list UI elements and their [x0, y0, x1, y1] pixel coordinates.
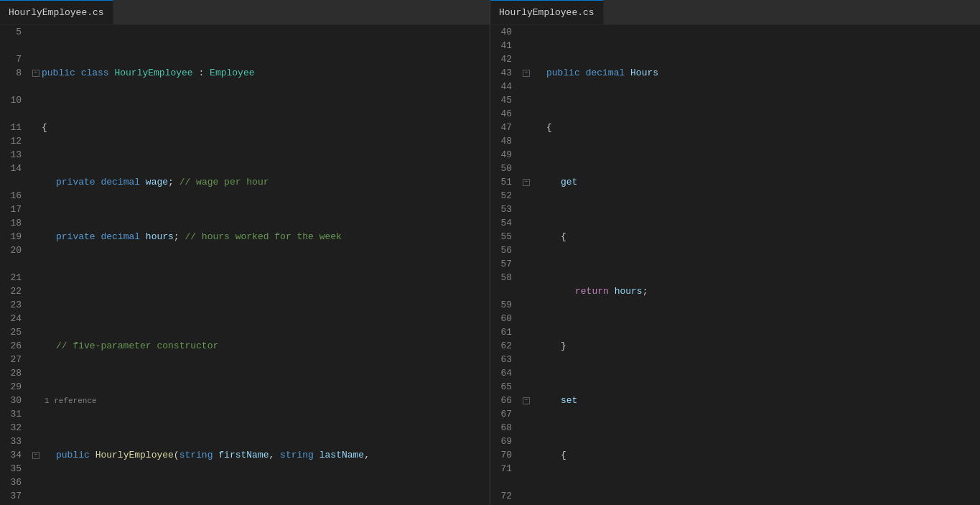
- left-line-numbers: 5 7 8 10 11 12 13 14 16 17 18 19 20 21 2…: [0, 25, 27, 505]
- code-line-10: // five-parameter constructor: [30, 339, 490, 353]
- r-code-line-40: − public decimal Hours: [521, 66, 980, 80]
- left-tab-bar: HourlyEmployee.cs: [0, 0, 490, 25]
- code-line-11: − public HourlyEmployee(string firstName…: [30, 448, 490, 462]
- collapse-btn-42[interactable]: −: [523, 179, 530, 186]
- left-editor-pane: HourlyEmployee.cs 5 7 8 10 11 12 13 14 1…: [0, 0, 490, 505]
- right-editor-pane: HourlyEmployee.cs 40 41 42 43 44 45 46 4…: [490, 0, 980, 505]
- collapse-btn-11[interactable]: −: [32, 452, 39, 459]
- right-code-content: − public decimal Hours { − get { return …: [518, 25, 980, 505]
- collapse-btn-46[interactable]: −: [523, 397, 530, 404]
- r-code-line-42: − get: [521, 175, 980, 189]
- r-code-line-44: return hours;: [521, 284, 980, 298]
- r-code-line-43: {: [521, 230, 980, 244]
- code-line-6: {: [30, 121, 490, 134]
- right-tab-bar: HourlyEmployee.cs: [490, 0, 980, 25]
- r-code-line-45: }: [521, 339, 980, 353]
- code-line-5: − public class HourlyEmployee : Employee: [30, 66, 490, 80]
- r-code-line-41: {: [521, 121, 980, 134]
- collapse-btn-5[interactable]: −: [32, 70, 39, 77]
- right-tab-hourlyemployee[interactable]: HourlyEmployee.cs: [490, 0, 604, 24]
- r-code-line-46: − set: [521, 394, 980, 407]
- left-code-content: − public class HourlyEmployee : Employee…: [27, 25, 490, 505]
- r-code-line-47: {: [521, 448, 980, 462]
- right-code-area: 40 41 42 43 44 45 46 47 48 49 50 51 52 5…: [490, 25, 980, 505]
- code-line-8: private decimal hours; // hours worked f…: [30, 230, 490, 244]
- right-line-numbers: 40 41 42 43 44 45 46 47 48 49 50 51 52 5…: [490, 25, 518, 505]
- left-code-area: 5 7 8 10 11 12 13 14 16 17 18 19 20 21 2…: [0, 25, 490, 505]
- left-tab-hourlyemployee[interactable]: HourlyEmployee.cs: [0, 0, 113, 24]
- collapse-btn-40[interactable]: −: [523, 70, 530, 77]
- code-line-9: [30, 284, 490, 298]
- code-line-7: private decimal wage; // wage per hour: [30, 175, 490, 189]
- ref-line-10: 1 reference: [30, 394, 490, 407]
